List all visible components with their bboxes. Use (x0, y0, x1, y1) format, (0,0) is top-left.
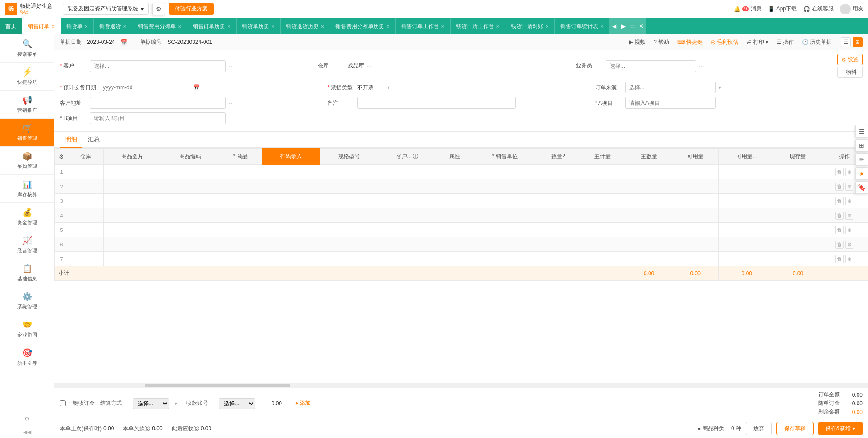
row-qty2-1[interactable] (538, 165, 579, 179)
tab-sales-order-history[interactable]: 销售订单历史 ✕ (187, 18, 237, 34)
operation-button[interactable]: ☰ 操作 (775, 38, 795, 47)
tab-more-button[interactable]: ✕ (637, 18, 646, 34)
tab-sales-return[interactable]: 销货退货 ✕ (94, 18, 132, 34)
row-spec-5[interactable] (320, 223, 378, 237)
tab-close-icon[interactable]: ✕ (320, 24, 324, 29)
invoice-dropdown-icon[interactable]: ▾ (387, 84, 390, 91)
row-unit-7[interactable] (472, 252, 538, 266)
row-qty2-2[interactable] (538, 179, 579, 194)
tab-expense-history[interactable]: 销售费用分摊单历史 ✕ (330, 18, 396, 34)
sidebar-item-guide[interactable]: 🎯 新手引导 (0, 343, 54, 371)
sidebar-collapse-button[interactable]: ◀◀ (0, 426, 54, 438)
customer-more-icon[interactable]: ··· (228, 63, 234, 70)
row-main-qty-1[interactable] (626, 165, 672, 179)
row-main-unit-4[interactable] (579, 208, 626, 223)
row-scan-2[interactable] (262, 179, 320, 194)
row-warehouse-3[interactable] (68, 194, 104, 208)
salesperson-input[interactable] (606, 60, 696, 72)
profit-button[interactable]: ◎ 毛利预估 (709, 38, 740, 47)
one-click-deposit-checkbox[interactable]: 一键收订金 (60, 399, 95, 407)
save-new-button[interactable]: 保存&新增 ▾ (818, 422, 863, 435)
row-scan-4[interactable] (262, 208, 320, 223)
delete-row-6-button[interactable]: 🗑 (835, 241, 844, 249)
copy-row-3-button[interactable]: ⊕ (845, 197, 853, 205)
row-warehouse-6[interactable] (68, 237, 104, 252)
delete-row-3-button[interactable]: 🗑 (835, 197, 844, 205)
tab-workbench[interactable]: 销售订单工作台 ✕ (396, 18, 451, 34)
row-main-qty-4[interactable] (626, 208, 672, 223)
row-current-3[interactable] (775, 194, 821, 208)
row-goods-5[interactable] (219, 223, 262, 237)
row-customer-code-4[interactable] (378, 208, 437, 223)
row-avail-5[interactable] (672, 223, 719, 237)
add-material-button[interactable]: + 物料 (837, 67, 863, 78)
row-current-4[interactable] (775, 208, 821, 223)
row-image-7[interactable] (103, 252, 161, 266)
row-code-2[interactable] (161, 179, 219, 194)
row-qty2-3[interactable] (538, 194, 579, 208)
copy-row-6-button[interactable]: ⊕ (845, 241, 853, 249)
tab-slip-history[interactable]: 销货单历史 ✕ (237, 18, 281, 34)
sidebar-item-collab[interactable]: 🤝 企业协同 (0, 315, 54, 343)
row-spec-6[interactable] (320, 237, 378, 252)
copy-row-2-button[interactable]: ⊕ (845, 183, 853, 191)
tab-return-history[interactable]: 销货退货历史 ✕ (281, 18, 330, 34)
row-qty2-4[interactable] (538, 208, 579, 223)
salesperson-more-icon[interactable]: ··· (699, 63, 704, 70)
row-unit-5[interactable] (472, 223, 538, 237)
row-code-7[interactable] (161, 252, 219, 266)
sidebar-item-system[interactable]: ⚙️ 系统管理 (0, 287, 54, 315)
row-avail2-6[interactable] (719, 237, 775, 252)
row-avail-7[interactable] (672, 252, 719, 266)
preview-button[interactable]: ▶ 视频 (627, 38, 647, 47)
row-code-3[interactable] (161, 194, 219, 208)
row-main-qty-5[interactable] (626, 223, 672, 237)
customer-input[interactable] (90, 60, 226, 72)
tab-close-icon[interactable]: ✕ (123, 24, 126, 29)
delete-row-7-button[interactable]: 🗑 (835, 255, 844, 263)
row-goods-1[interactable] (219, 165, 262, 179)
tab-sales-slip[interactable]: 销货单 ✕ (61, 18, 94, 34)
sidebar-item-finance[interactable]: 💰 资金管理 (0, 203, 54, 231)
tab-next-button[interactable]: ▶ (619, 18, 628, 34)
row-current-7[interactable] (775, 252, 821, 266)
row-avail2-4[interactable] (719, 208, 775, 223)
row-main-unit-2[interactable] (579, 179, 626, 194)
row-customer-code-1[interactable] (378, 165, 437, 179)
row-spec-7[interactable] (320, 252, 378, 266)
col-setting[interactable]: ⚙ (55, 149, 68, 165)
warehouse-more-icon[interactable]: ··· (367, 63, 372, 70)
row-warehouse-1[interactable] (68, 165, 104, 179)
addr-more-icon[interactable]: ··· (228, 99, 234, 106)
setup-button[interactable]: ⚙ 设置 (837, 54, 863, 65)
app-download-button[interactable]: 📱 App下载 (768, 5, 797, 13)
row-image-5[interactable] (103, 223, 161, 237)
row-image-4[interactable] (103, 208, 161, 223)
a-project-input[interactable] (625, 97, 716, 109)
sidebar-item-operations[interactable]: 📈 经营管理 (0, 231, 54, 259)
horizontal-scrollbar[interactable] (54, 383, 868, 388)
one-click-checkbox-input[interactable] (60, 400, 66, 406)
row-warehouse-5[interactable] (68, 223, 104, 237)
system-name-selector[interactable]: 装备及固定资产辅助管理系统 ▾ (63, 3, 149, 15)
side-panel-btn-1[interactable]: ☰ (855, 125, 868, 138)
detail-tab-detail[interactable]: 明细 (60, 132, 82, 148)
sidebar-gear-button[interactable]: ⚙ (0, 412, 54, 426)
row-main-unit-7[interactable] (579, 252, 626, 266)
solution-button[interactable]: 体验行业方案 (169, 3, 214, 15)
shortcut-button[interactable]: ⌨ 快捷键 (675, 38, 704, 47)
online-service-button[interactable]: 🎧 在线客服 (803, 5, 834, 13)
row-goods-7[interactable] (219, 252, 262, 266)
row-scan-5[interactable] (262, 223, 320, 237)
calendar-icon[interactable]: 📅 (120, 39, 127, 46)
order-source-input[interactable] (625, 82, 716, 93)
row-spec-2[interactable] (320, 179, 378, 194)
delivery-calendar-icon[interactable]: 📅 (193, 84, 200, 91)
side-panel-btn-2[interactable]: ⊞ (855, 139, 868, 152)
row-main-unit-3[interactable] (579, 194, 626, 208)
customer-addr-input[interactable] (90, 97, 226, 109)
row-goods-2[interactable] (219, 179, 262, 194)
row-attr-2[interactable] (437, 179, 472, 194)
row-spec-3[interactable] (320, 194, 378, 208)
row-attr-4[interactable] (437, 208, 472, 223)
